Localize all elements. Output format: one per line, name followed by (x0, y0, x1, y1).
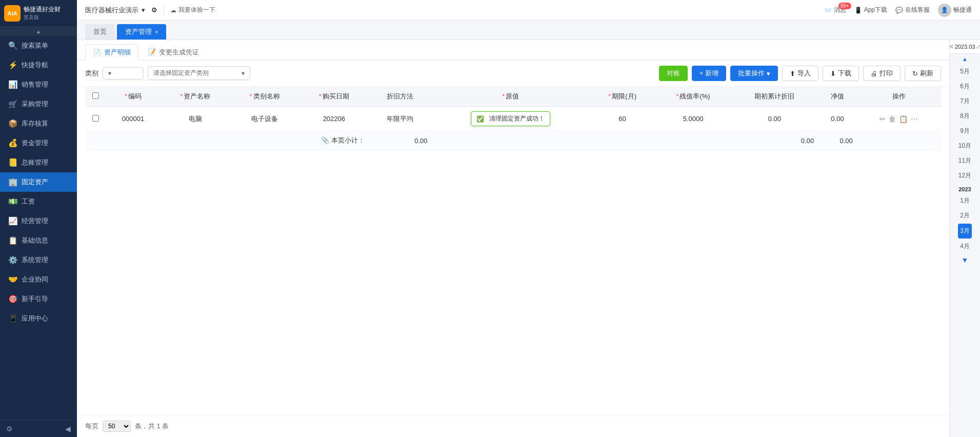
pagination: 每页 50 100 200 条，共 1 条 (77, 415, 949, 437)
timeline-item[interactable]: 8月 (956, 109, 973, 124)
sidebar-item-system[interactable]: ⚙️系统管理 (0, 250, 77, 270)
print-label: 打印 (879, 69, 893, 78)
app-download-button[interactable]: 📱 App下载 (854, 6, 887, 14)
category-filter-select[interactable]: ▾ (103, 67, 144, 80)
topbar: 医疗器械行业演示 ▾ ⚙ ☁ 我要体验一下 📨 消息 99+ 📱 App下载 💬… (77, 0, 980, 21)
subtotal-initial-depr: 0.00 (731, 131, 818, 150)
sub-tab-asset_detail[interactable]: 📄资产明细 (85, 44, 138, 61)
timeline-item[interactable]: 10月 (956, 138, 973, 153)
timeline-item[interactable]: 3月 (958, 224, 972, 239)
table-wrapper: *编码 *资产名称 *类别名称 *购买日期 折旧方法 *原值 *期限(月) *残… (77, 87, 949, 415)
tab-home[interactable]: 首页 (85, 24, 115, 39)
asset-category-select[interactable]: 请选择固定资产类别 ▾ (148, 66, 250, 80)
timeline-item[interactable]: 4月 (956, 239, 974, 254)
reconcile-button[interactable]: 对账 (659, 66, 688, 81)
batch-ops-button[interactable]: 批量操作 ▾ (730, 66, 778, 81)
settings-icon[interactable]: ⚙ (6, 425, 13, 433)
download-button[interactable]: ⬇ 下载 (823, 66, 859, 81)
per-page-label: 每页 (85, 422, 98, 431)
sidebar-scroll-up[interactable]: ▲ (0, 27, 77, 36)
print-button[interactable]: 🖨 打印 (863, 66, 901, 81)
timeline-item[interactable]: 5月 (956, 64, 973, 79)
table-row: 000001 电脑 电子设备 202206 年限平均 ✅ 清理固定资产成功！ 6… (85, 107, 941, 131)
col-term: *期限(月) (590, 87, 655, 107)
timeline-item[interactable]: 12月 (956, 168, 973, 183)
sidebar-item-sales[interactable]: 📊销售管理 (0, 75, 77, 94)
service-icon: 💬 (895, 7, 903, 14)
message-button[interactable]: 📨 消息 99+ (824, 6, 846, 14)
sidebar-item-operations[interactable]: 📈经营管理 (0, 211, 77, 231)
sidebar-item-payroll[interactable]: 💵工资 (0, 192, 77, 211)
row-checkbox-0[interactable] (92, 115, 99, 122)
sub-tab-change_voucher[interactable]: 📝变更生成凭证 (141, 45, 206, 60)
timeline-item[interactable]: 6月 (956, 79, 973, 94)
basic_info-label: 基础信息 (22, 236, 48, 245)
print-icon: 🖨 (871, 70, 877, 77)
change_voucher-icon: 📝 (148, 48, 156, 56)
timeline-item[interactable]: 2月 (956, 208, 974, 223)
subtotal-ops (857, 131, 941, 150)
collapse-icon[interactable]: ◀ (65, 425, 71, 433)
more-icon-0[interactable]: ⋯ (911, 115, 918, 123)
col-code: *编码 (106, 87, 161, 107)
timeline-scroll-up-button[interactable]: ▲ (960, 54, 970, 64)
quicknav-label: 快捷导航 (22, 61, 48, 70)
sidebar-item-quicknav[interactable]: ⚡快捷导航 (0, 55, 77, 75)
sidebar-item-enterprise[interactable]: 🤝企业协同 (0, 270, 77, 289)
row-checkbox-cell (85, 107, 106, 131)
toolbar: 类别 ▾ 请选择固定资产类别 ▾ 对账 + 新增 批量操作 ▾ (77, 61, 949, 87)
download-icon: ⬇ (830, 70, 836, 77)
timeline-scroll-down-button[interactable]: ▼ (959, 254, 971, 266)
operations-label: 经营管理 (22, 216, 48, 226)
settings-gear-icon[interactable]: ⚙ (151, 6, 157, 14)
subtotal-label: 📎 本页小计： (321, 136, 365, 144)
sidebar-item-funds[interactable]: 💰资金管理 (0, 133, 77, 153)
ledger-icon: 📒 (8, 158, 17, 167)
edit-icon-0[interactable]: ✏ (879, 115, 886, 123)
timeline-close-icon[interactable]: ✕ (949, 43, 954, 50)
cell-term-0: 60 (590, 107, 655, 131)
online-service-button[interactable]: 💬 在线客服 (895, 6, 930, 14)
sidebar-item-purchase[interactable]: 🛒采购管理 (0, 94, 77, 114)
refresh-button[interactable]: ↻ 刷新 (905, 66, 941, 81)
sidebar-nav: 🔍搜索菜单⚡快捷导航📊销售管理🛒采购管理📦库存核算💰资金管理📒总账管理🏢固定资产… (0, 36, 77, 420)
content-area: 📄资产明细📝变更生成凭证 类别 ▾ 请选择固定资产类别 ▾ 对账 + 新增 (77, 40, 949, 437)
experience-icon: ☁ (170, 7, 176, 14)
company-name: 医疗器械行业演示 (85, 6, 138, 15)
app-download-label: App下载 (864, 6, 887, 14)
tab-asset_mgmt-label: 资产管理 (125, 27, 152, 36)
sidebar-item-fixed_assets[interactable]: 🏢固定资产 (0, 172, 77, 192)
timeline-item[interactable]: 9月 (956, 124, 973, 138)
sidebar-item-app_center[interactable]: 📱应用中心 (0, 309, 77, 328)
user-menu[interactable]: 👤 畅捷通 (938, 4, 972, 17)
cell-original-value-0: ✅ 清理固定资产成功！ (432, 107, 590, 131)
fixed_assets-icon: 🏢 (8, 177, 17, 187)
sub-tab-bar: 📄资产明细📝变更生成凭证 (77, 40, 949, 61)
company-selector[interactable]: 医疗器械行业演示 ▾ (85, 6, 145, 15)
per-page-select[interactable]: 50 100 200 (103, 421, 131, 432)
new-button[interactable]: + 新增 (692, 66, 726, 81)
logo-icon: AtA (4, 5, 21, 22)
import-button[interactable]: ⬆ 导入 (782, 66, 818, 81)
timeline-expand-icon[interactable]: ⤢ (976, 43, 980, 50)
sidebar-item-ledger[interactable]: 📒总账管理 (0, 153, 77, 172)
asset-category-arrow: ▾ (242, 70, 245, 77)
copy-icon-0[interactable]: 📋 (899, 115, 908, 123)
timeline-items-before: 5月6月7月8月9月10月11月12月 (956, 64, 973, 183)
tab-asset_mgmt-close[interactable]: × (155, 29, 158, 35)
sidebar-item-search[interactable]: 🔍搜索菜单 (0, 36, 77, 55)
ledger-label: 总账管理 (22, 158, 48, 167)
sidebar-item-inventory[interactable]: 📦库存核算 (0, 114, 77, 133)
payroll-icon: 💵 (8, 197, 17, 206)
select-all-checkbox[interactable] (92, 92, 99, 99)
cell-category-0: 电子设备 (230, 107, 299, 131)
tab-asset_mgmt[interactable]: 资产管理× (117, 24, 166, 39)
experience-button[interactable]: ☁ 我要体验一下 (170, 6, 215, 14)
timeline-item[interactable]: 1月 (956, 193, 974, 208)
timeline-item[interactable]: 7月 (956, 94, 973, 109)
sidebar-item-guide[interactable]: 🎯新手引导 (0, 289, 77, 309)
category-filter-value: ▾ (108, 70, 111, 77)
timeline-item[interactable]: 11月 (956, 153, 973, 168)
delete-icon-0[interactable]: 🗑 (889, 115, 896, 123)
sidebar-item-basic_info[interactable]: 📋基础信息 (0, 231, 77, 250)
